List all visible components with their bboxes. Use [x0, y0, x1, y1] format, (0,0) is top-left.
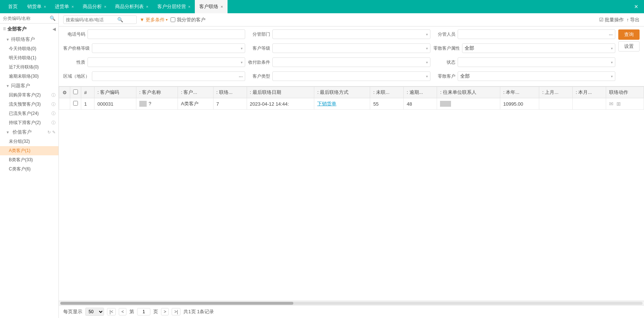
col-contact[interactable]: : 联络... [213, 87, 247, 98]
sidebar-search-input[interactable] [3, 16, 50, 21]
last-method-link[interactable]: 下销货单 [317, 101, 336, 106]
nav-home[interactable]: 首页 [3, 0, 23, 13]
group-problem-title[interactable]: ▼ 问题客户 [0, 81, 58, 91]
filter-more-btn[interactable]: ▼ 更多条件 ▾ [140, 17, 168, 23]
region-select[interactable]: ··· [92, 71, 245, 81]
sidebar-item-overdue[interactable]: 逾期未联络(30) [0, 72, 58, 81]
filter-cust-level: 客户等级 ▾ [248, 43, 430, 53]
col-this-month[interactable]: : 本月... [573, 87, 606, 98]
row-checkbox[interactable] [73, 101, 78, 106]
col-this-year[interactable]: : 本年... [500, 87, 539, 98]
col-gear[interactable]: ⚙ [59, 87, 70, 98]
close-icon-5[interactable]: × [221, 4, 223, 9]
search-input[interactable] [66, 17, 117, 22]
page-input[interactable] [137, 308, 150, 315]
filter-region: 区域（地区） ··· [63, 71, 245, 81]
table-row: 1 000031 ? A类客户 7 2023-04-12 14:44: 下销货单… [59, 98, 644, 110]
select-all-checkbox[interactable] [73, 89, 78, 94]
sidebar-item-declining[interactable]: 持续下滑客户(2) ⓘ [0, 118, 58, 127]
message-icon[interactable]: ✉ [609, 101, 613, 107]
sidebar-search-wrap: 🔍 [0, 13, 58, 24]
sidebar-item-7days[interactable]: 近7天待联络(0) [0, 63, 58, 72]
refresh-icon[interactable]: ↻ [47, 130, 51, 135]
filter-phone: 电话号码 [63, 29, 245, 39]
sidebar-item-warning[interactable]: 流失预警客户(3) ⓘ [0, 100, 58, 109]
next-page-btn[interactable]: > [161, 308, 169, 315]
cell-uncontacted: 55 [370, 98, 404, 110]
ellipsis-icon: ··· [609, 32, 613, 37]
col-last-method[interactable]: : 最后联络方式 [314, 87, 370, 98]
col-last-month[interactable]: : 上月... [539, 87, 573, 98]
col-type[interactable]: : 客户... [178, 87, 213, 98]
cust-type-select[interactable]: ▾ [272, 71, 430, 81]
col-last-date[interactable]: : 最后联络日期 [247, 87, 314, 98]
filter-row-3: 性质 ▾ 收付款条件 ▾ [63, 57, 615, 67]
filter-btn-group: 查询 设置 [618, 29, 640, 83]
phone-input[interactable] [87, 29, 245, 39]
scrollbar[interactable] [59, 301, 644, 305]
batch-ops-btn[interactable]: ☑ 批量操作 [599, 17, 624, 23]
edit-icon[interactable]: ✎ [52, 130, 56, 135]
col-code[interactable]: : 客户编码 [94, 87, 136, 98]
close-icon-2[interactable]: × [104, 4, 106, 9]
sidebar-item-today[interactable]: 今天待联络(0) [0, 44, 58, 53]
nav-tab-3[interactable]: 商品分析列表 × [111, 0, 153, 13]
close-icon-4[interactable]: × [188, 4, 190, 9]
col-uncontacted[interactable]: : 未联... [370, 87, 404, 98]
cust-level-select[interactable]: ▾ [272, 43, 430, 53]
export-btn[interactable]: ↑ 导出 [627, 17, 640, 23]
nature-select[interactable]: ▾ [87, 57, 245, 67]
sidebar-item-tomorrow[interactable]: 明天待联络(1) [0, 53, 58, 63]
grid-icon[interactable]: ⊞ [616, 101, 621, 107]
sidebar-item-lost[interactable]: 已流失客户(24) ⓘ [0, 109, 58, 118]
manager-select[interactable]: ··· [458, 29, 615, 39]
unit-contact-block [440, 101, 451, 107]
info-icon-4: ⓘ [51, 120, 56, 126]
status-select[interactable]: ▾ [458, 57, 615, 67]
cell-check[interactable] [70, 98, 81, 110]
chevron-status: ▾ [611, 60, 613, 64]
sidebar-item-b-class[interactable]: B类客户(33) [0, 155, 58, 165]
cell-this-year: 10995.00 [500, 98, 539, 110]
sidebar-item-a-class[interactable]: A类客户(1) [0, 146, 58, 155]
nav-tab-0[interactable]: 销货单 × [23, 0, 50, 13]
nav-tab-1[interactable]: 进货单 × [50, 0, 78, 13]
payment-select[interactable]: ▾ [272, 57, 430, 67]
all-customers-header[interactable]: ⠿ 全部客户 ◀ [0, 24, 58, 35]
chevron-scatter-attr: ▾ [611, 46, 613, 50]
nav-tab-4[interactable]: 客户分层经营 × [153, 0, 195, 13]
cell-last-method[interactable]: 下销货单 [314, 98, 370, 110]
batch-icon: ☑ [599, 17, 604, 22]
close-icon-0[interactable]: × [44, 4, 46, 9]
price-level-select[interactable]: ▾ [92, 43, 245, 53]
scatter-attr-select[interactable]: 全部 ▾ [462, 43, 615, 53]
query-button[interactable]: 查询 [618, 29, 640, 40]
my-customers-check[interactable] [171, 17, 175, 22]
col-overdue[interactable]: : 逾期... [404, 87, 437, 98]
per-page-select[interactable]: 50 100 200 [85, 308, 104, 316]
col-check[interactable] [70, 87, 81, 98]
group-pending-title[interactable]: ▼ 待联络客户 [0, 35, 58, 44]
my-customers-checkbox[interactable]: 我分管的客户 [171, 17, 205, 23]
first-page-btn[interactable]: |< [107, 308, 116, 315]
close-icon-1[interactable]: × [71, 4, 74, 9]
last-page-btn[interactable]: >| [172, 308, 180, 315]
filter-icon: ▼ [140, 17, 144, 22]
scatter-select[interactable]: 全部 ▾ [458, 71, 615, 81]
col-name[interactable]: : 客户名称 [136, 87, 178, 98]
sidebar-item-c-class[interactable]: C类客户(6) [0, 165, 58, 174]
col-unit-contact[interactable]: : 往来单位联系人 [437, 87, 500, 98]
close-all-button[interactable]: × [631, 3, 641, 11]
settings-button[interactable]: 设置 [618, 41, 640, 52]
prev-page-btn[interactable]: < [119, 308, 126, 315]
cell-unit-contact [437, 98, 500, 110]
group-value-title[interactable]: ▼ 价值客户 ↻ ✎ [0, 127, 58, 137]
sidebar-item-ungroup[interactable]: 未分组(32) [0, 137, 58, 146]
nav-tab-5[interactable]: 客户联络 × [195, 0, 227, 13]
nav-tab-2[interactable]: 商品分析 × [78, 0, 111, 13]
filter-scatter-attr: 零散客户属性 全部 ▾ [433, 43, 615, 53]
sidebar-item-abnormal[interactable]: 回购异常客户(2) ⓘ [0, 91, 58, 100]
close-icon-3[interactable]: × [146, 4, 148, 9]
chevron-price: ▾ [241, 46, 243, 50]
dept-select[interactable]: ▾ [272, 29, 430, 39]
